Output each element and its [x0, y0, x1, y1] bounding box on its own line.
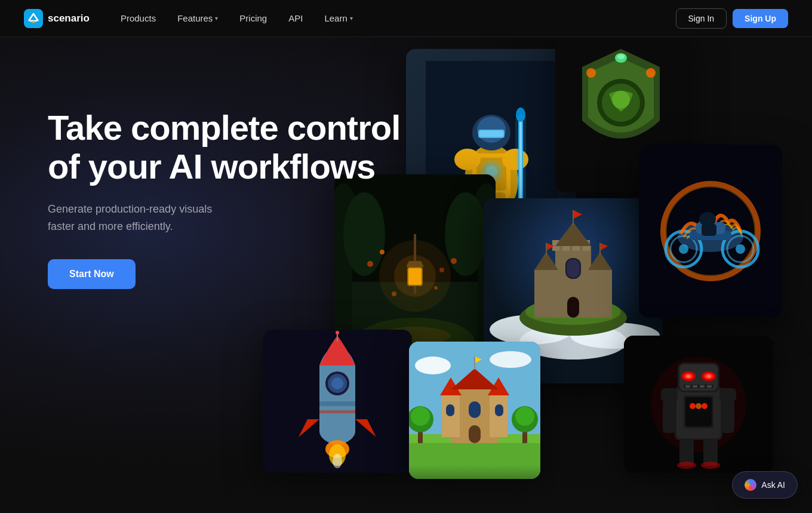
svg-point-139 [696, 403, 702, 409]
start-now-button[interactable]: Start Now [48, 259, 136, 289]
svg-rect-116 [522, 425, 527, 443]
svg-rect-11 [479, 131, 503, 137]
svg-point-125 [681, 371, 696, 381]
svg-point-100 [415, 357, 451, 374]
svg-point-91 [325, 440, 349, 458]
logo-link[interactable]: scenario [24, 9, 90, 28]
svg-point-54 [490, 315, 573, 345]
svg-rect-133 [693, 385, 697, 388]
rocket-illustration [263, 330, 412, 473]
svg-point-8 [472, 115, 510, 150]
svg-rect-124 [679, 364, 718, 391]
svg-rect-49 [408, 268, 422, 285]
svg-rect-86 [702, 224, 716, 236]
svg-rect-121 [675, 386, 722, 440]
svg-point-80 [722, 231, 758, 267]
svg-point-37 [445, 192, 487, 276]
nav-link-learn[interactable]: Learn ▾ [315, 8, 362, 28]
svg-rect-96 [319, 401, 355, 406]
svg-rect-87 [263, 330, 412, 473]
svg-rect-105 [451, 389, 499, 443]
svg-rect-123 [678, 363, 719, 392]
svg-rect-17 [494, 192, 506, 234]
svg-rect-66 [534, 270, 558, 318]
hero-card-robot [624, 336, 773, 473]
brand-name: scenario [48, 13, 90, 24]
nav-left: scenario Products Features ▾ Pricing API… [24, 8, 362, 28]
svg-point-79 [679, 244, 688, 254]
svg-point-115 [411, 407, 430, 426]
svg-point-9 [477, 116, 506, 143]
svg-point-23 [597, 79, 645, 127]
svg-point-130 [706, 374, 711, 378]
svg-rect-68 [565, 258, 581, 279]
svg-rect-142 [719, 388, 736, 401]
svg-rect-2 [426, 61, 557, 252]
nav-link-api[interactable]: API [279, 8, 312, 28]
svg-point-7 [502, 149, 528, 170]
svg-point-56 [519, 324, 627, 360]
svg-point-77 [666, 231, 702, 267]
svg-point-29 [617, 54, 625, 59]
svg-point-20 [481, 161, 502, 182]
svg-point-1 [32, 21, 35, 23]
svg-point-18 [476, 207, 490, 219]
svg-point-85 [699, 212, 716, 226]
svg-rect-110 [446, 404, 454, 416]
svg-point-95 [336, 331, 339, 334]
svg-point-6 [454, 149, 481, 170]
svg-point-101 [490, 351, 531, 368]
svg-point-14 [516, 107, 525, 122]
svg-rect-132 [685, 385, 690, 388]
svg-rect-15 [515, 115, 526, 222]
features-chevron-icon: ▾ [215, 15, 218, 21]
svg-rect-103 [409, 434, 540, 443]
svg-point-44 [434, 286, 438, 290]
ask-ai-button[interactable]: Ask AI [732, 471, 798, 499]
svg-point-28 [615, 53, 627, 63]
svg-rect-63 [573, 240, 580, 251]
shield-illustration [555, 37, 687, 192]
svg-rect-99 [409, 342, 540, 479]
signup-button[interactable]: Sign Up [733, 9, 788, 28]
svg-point-138 [690, 403, 696, 409]
svg-point-26 [586, 68, 596, 78]
svg-point-58 [525, 299, 621, 325]
signin-button[interactable]: Sign In [676, 8, 727, 29]
svg-rect-143 [663, 400, 676, 433]
hero-title: Take complete control of your AI workflo… [48, 109, 400, 186]
svg-rect-53 [484, 198, 663, 383]
svg-rect-83 [690, 231, 731, 240]
svg-rect-135 [707, 385, 712, 388]
cartoon-village-illustration [409, 342, 540, 479]
svg-rect-52 [484, 198, 663, 383]
castle-illustration [484, 198, 663, 383]
svg-point-3 [465, 145, 518, 216]
warrior-illustration [426, 61, 557, 252]
nav-right: Sign In Sign Up [676, 8, 788, 29]
svg-rect-5 [476, 158, 506, 191]
svg-point-75 [666, 186, 755, 276]
svg-point-43 [392, 291, 396, 296]
svg-rect-113 [418, 425, 423, 443]
svg-rect-67 [588, 270, 612, 318]
svg-rect-146 [703, 439, 718, 466]
svg-point-140 [702, 403, 708, 409]
svg-point-81 [727, 236, 753, 262]
svg-rect-70 [567, 297, 579, 318]
hero-card-rocket [263, 330, 412, 473]
nav-link-features[interactable]: Features ▾ [168, 8, 227, 28]
svg-point-25 [612, 91, 630, 109]
nav-link-products[interactable]: Products [111, 8, 165, 28]
svg-rect-145 [679, 439, 694, 466]
nav-links: Products Features ▾ Pricing API Learn ▾ [111, 8, 362, 28]
svg-point-55 [570, 322, 660, 349]
svg-point-88 [325, 371, 349, 395]
svg-rect-111 [495, 404, 503, 416]
svg-rect-59 [555, 246, 591, 318]
robot-illustration [624, 336, 773, 473]
hero-subtitle: Generate production-ready visualsfaster … [48, 201, 400, 235]
nav-link-pricing[interactable]: Pricing [230, 8, 276, 28]
svg-point-46 [394, 255, 436, 297]
svg-rect-16 [477, 192, 489, 234]
